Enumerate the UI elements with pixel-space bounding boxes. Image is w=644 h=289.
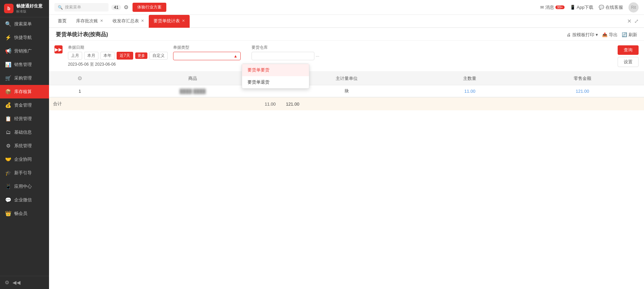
sidebar-item-member[interactable]: 👑 畅会员 [0,207,49,220]
print-icon: 🖨 [567,32,571,37]
topbar-search[interactable]: 🔍 搜索菜单 [54,3,109,12]
td-no: 1 [49,85,111,97]
purchase-icon: 🛒 [5,75,11,82]
th-amount: 零售金额 [521,72,644,85]
sidebar-label-member: 畅会员 [14,210,27,217]
sidebar-nav: 🔍 搜索菜单 ⚡ 快捷导航 📢 营销推广 📊 销售管理 🛒 采购管理 📦 库存核… [0,17,49,276]
sidebar-item-quick-nav[interactable]: ⚡ 快捷导航 [0,31,49,44]
warehouse-input[interactable] [252,52,314,60]
service-icon: 💬 [599,5,604,10]
settings-icon[interactable]: ⚙ [5,280,9,286]
sidebar-label-collab: 企业协同 [14,156,32,162]
sidebar-label-app-center: 应用中心 [14,183,32,190]
type-input-wrapper[interactable]: ▲ [173,52,241,60]
app-center-icon: 📱 [5,183,11,190]
export-btn[interactable]: 📤 导出 [602,32,618,38]
btn-this-year[interactable]: 本年 [100,52,115,60]
settings-btn[interactable]: 设置 [618,57,639,67]
tab-close-inventory-batch[interactable]: ✕ [100,19,103,23]
message-label: 消息 [545,4,554,10]
tab-inventory-batch[interactable]: 库存批次账 ✕ [71,15,108,28]
refresh-btn[interactable]: 🔄 刷新 [622,32,637,38]
sidebar-label-operations: 经营管理 [14,116,32,122]
user-name: Rit [631,5,636,10]
sidebar-item-inventory[interactable]: 📦 库存核算 [0,85,49,98]
btn-custom[interactable]: 自定义 [149,52,168,60]
warehouse-more-icon[interactable]: ··· [316,53,319,59]
print-btn[interactable]: 🖨 按模板打印 ▾ [567,32,598,38]
type-filter-label: 单据类型 [173,45,241,50]
topbar-gear-icon[interactable]: ⚙ [124,4,128,10]
sidebar-item-sales[interactable]: 📊 销售管理 [0,58,49,71]
tab-label-order-stats: 要货单统计表 [153,18,180,24]
tab-recv-summary[interactable]: 收发存汇总表 ✕ [108,15,149,28]
inventory-icon: 📦 [5,88,11,95]
tab-close-all-btn[interactable]: ✕ [626,18,633,24]
warehouse-filter: 要货仓库 ··· [252,45,319,60]
trial-btn[interactable]: 体验行业方案 [133,3,166,12]
sidebar-logo: b 畅捷通好生意 标准版 [0,0,49,17]
type-chevron-up-icon[interactable]: ▲ [234,54,238,59]
tab-expand-btn[interactable]: ⤢ [633,18,640,24]
tab-label-recv-summary: 收发存汇总表 [113,18,139,24]
table-header-row: ⚙ 商品 主计量单位 主数量 零售金额 [49,72,644,85]
online-service-btn[interactable]: 💬 在线客服 [599,4,623,10]
type-dropdown: 要货单要货 要货单退货 [242,64,309,89]
sidebar-item-operations[interactable]: 📋 经营管理 [0,112,49,126]
date-range-display: 2023-05-06 至 2023-06-06 [68,62,168,67]
sidebar-label-marketing: 营销推广 [14,48,32,54]
btn-more[interactable]: 更多 [135,52,147,59]
td-amount: 121.00 [521,85,644,97]
message-badge: 99+ [555,5,565,9]
btn-this-month[interactable]: 本月 [84,52,98,60]
sidebar-bottom: ⚙ ◀◀ [0,276,49,289]
user-avatar[interactable]: Rit [628,2,639,13]
refresh-icon: 🔄 [622,32,627,37]
sidebar-item-system[interactable]: ⚙ 系统管理 [0,139,49,153]
dropdown-item-1[interactable]: 要货单退货 [242,76,309,88]
btn-last-month[interactable]: 上月 [68,52,82,60]
page-actions: 🖨 按模板打印 ▾ 📤 导出 🔄 刷新 [567,32,637,38]
tab-order-stats[interactable]: 要货单统计表 ✕ [149,15,190,28]
warehouse-filter-label: 要货仓库 [252,45,319,50]
message-btn[interactable]: ✉ 消息 99+ [540,4,565,10]
data-table: ⚙ 商品 主计量单位 主数量 零售金额 1 ████ ████ 块 11.00 … [49,72,644,97]
sidebar-item-marketing[interactable]: 📢 营销推广 [0,44,49,58]
table-settings-icon[interactable]: ⚙ [77,75,82,81]
sidebar-item-app-center[interactable]: 📱 应用中心 [0,180,49,193]
type-input[interactable] [176,53,234,59]
app-download-btn[interactable]: 📱 App下载 [570,4,593,10]
sidebar-item-wechat[interactable]: 💬 企业微信 [0,193,49,207]
td-qty: 11.00 [419,85,521,97]
sidebar-label-purchase: 采购管理 [14,75,32,81]
tab-close-order-stats[interactable]: ✕ [182,19,185,23]
export-icon: 📤 [602,32,607,37]
query-btn[interactable]: 查询 [618,45,639,55]
operations-icon: 📋 [5,115,11,122]
th-qty: 主数量 [419,72,521,85]
sidebar-item-collab[interactable]: 🤝 企业协同 [0,153,49,166]
print-label: 按模板打印 [572,32,594,38]
filter-expand-btn[interactable]: ▶▶ [54,45,63,53]
dropdown-item-0[interactable]: 要货单要货 [242,64,309,76]
system-icon: ⚙ [5,142,11,149]
topbar: 🔍 搜索菜单 41 ⚙ 体验行业方案 ✉ 消息 99+ 📱 App下载 💬 在线… [49,0,644,15]
btn-last-7days[interactable]: 近7天 [117,52,133,60]
guide-icon: 🎓 [5,170,11,176]
sidebar-item-finance[interactable]: 💰 资金管理 [0,98,49,112]
member-icon: 👑 [5,210,11,217]
tab-close-recv-summary[interactable]: ✕ [141,19,144,23]
sidebar-item-guide[interactable]: 🎓 新手引导 [0,166,49,180]
table-area: ⚙ 商品 主计量单位 主数量 零售金额 1 ████ ████ 块 11.00 … [49,72,644,97]
collapse-icon[interactable]: ◀◀ [13,280,21,286]
sidebar-item-search[interactable]: 🔍 搜索菜单 [0,17,49,31]
tabs-row: 首页 库存批次账 ✕ 收发存汇总表 ✕ 要货单统计表 ✕ ✕ ⤢ [49,15,644,28]
export-label: 导出 [609,32,618,38]
finance-icon: 💰 [5,102,11,109]
sidebar-label-search: 搜索菜单 [14,21,32,27]
sidebar-item-basic-info[interactable]: 🗂 基础信息 [0,126,49,139]
sidebar-item-purchase[interactable]: 🛒 采购管理 [0,71,49,85]
tab-home[interactable]: 首页 [53,15,71,28]
page-title: 要货单统计表(按商品) [56,31,108,38]
tab-label-home: 首页 [58,18,67,24]
